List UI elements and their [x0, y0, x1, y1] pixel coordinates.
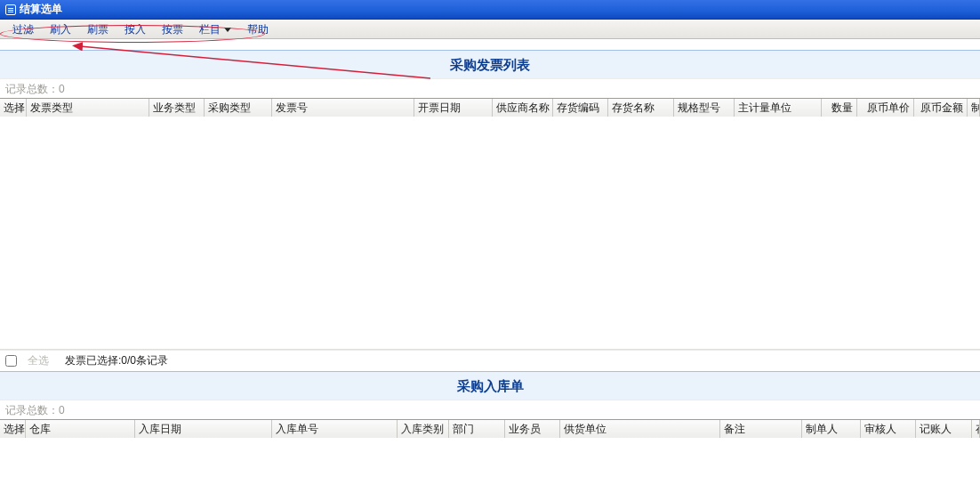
menu-shuaru[interactable]: 刷入	[43, 21, 78, 37]
invoice-grid-header: 选择 发票类型 业务类型 采购类型 发票号 开票日期 供应商名称 存货编码 存货…	[0, 98, 980, 116]
menu-columns-label: 栏目	[199, 23, 221, 36]
col-stock-name[interactable]: 存货名称	[608, 99, 674, 117]
invoice-grid-body[interactable]	[0, 116, 980, 350]
col-spec[interactable]: 规格型号	[674, 99, 735, 117]
menu-shuaru-label: 刷入	[50, 23, 71, 36]
col-issue-date[interactable]: 开票日期	[414, 99, 493, 117]
menu-shuapiao-label: 刷票	[87, 23, 108, 36]
col-biz-type[interactable]: 业务类型	[149, 99, 205, 117]
col-purchase-type[interactable]: 采购类型	[205, 99, 272, 117]
menu-bar: 过滤 刷入 刷票 按入 按票 栏目 帮助	[0, 20, 980, 39]
select-all-checkbox[interactable]	[5, 355, 17, 367]
menu-shuapiao[interactable]: 刷票	[80, 21, 116, 37]
selected-count-label: 发票已选择:0/0条记录	[65, 353, 168, 368]
chevron-down-icon	[224, 28, 231, 32]
inbound-record-count: 记录总数：0	[0, 400, 980, 419]
col-orig-price[interactable]: 原币单价	[857, 99, 914, 117]
col2-stock-code[interactable]: 存货编码	[972, 420, 980, 438]
col2-dept[interactable]: 部门	[449, 420, 505, 438]
col-stock-code[interactable]: 存货编码	[553, 99, 608, 117]
col-uom[interactable]: 主计量单位	[735, 99, 822, 117]
col2-in-type[interactable]: 入库类别	[398, 420, 450, 438]
col-more[interactable]: 制	[968, 99, 980, 117]
inbound-title: 采购入库单	[0, 371, 980, 400]
col2-auditor[interactable]: 审核人	[861, 420, 917, 438]
window-icon	[5, 4, 16, 15]
col-invoice-no[interactable]: 发票号	[272, 99, 414, 117]
col-qty[interactable]: 数量	[822, 99, 857, 117]
col-orig-amt[interactable]: 原币金额	[914, 99, 968, 117]
col2-warehouse[interactable]: 仓库	[26, 420, 135, 438]
col2-in-date[interactable]: 入库日期	[135, 420, 272, 438]
invoice-selection-bar: 全选 发票已选择:0/0条记录	[0, 350, 980, 371]
invoice-list-title: 采购发票列表	[0, 50, 980, 78]
col-supplier[interactable]: 供应商名称	[493, 99, 553, 117]
invoice-record-count: 记录总数：0	[0, 78, 980, 98]
menu-anpiao-label: 按票	[162, 23, 183, 36]
col2-operator[interactable]: 业务员	[505, 420, 561, 438]
window-titlebar: 结算选单	[0, 0, 980, 20]
col2-remark[interactable]: 备注	[720, 420, 802, 438]
menu-help[interactable]: 帮助	[240, 21, 276, 37]
col-invoice-type[interactable]: 发票类型	[27, 99, 149, 117]
inbound-grid-header: 选择 仓库 入库日期 入库单号 入库类别 部门 业务员 供货单位 备注 制单人 …	[0, 419, 980, 437]
menu-anru-label: 按入	[125, 23, 146, 36]
select-all-label: 全选	[28, 353, 49, 368]
col-select[interactable]: 选择	[0, 99, 27, 117]
menu-anpiao[interactable]: 按票	[155, 21, 190, 37]
menu-help-label: 帮助	[247, 23, 269, 36]
menu-columns[interactable]: 栏目	[192, 21, 238, 37]
col2-select[interactable]: 选择	[0, 420, 26, 438]
menu-anru[interactable]: 按入	[117, 21, 153, 37]
col2-in-no[interactable]: 入库单号	[272, 420, 397, 438]
col2-maker[interactable]: 制单人	[802, 420, 861, 438]
window-title: 结算选单	[20, 2, 62, 17]
menu-filter-label: 过滤	[12, 23, 34, 36]
inbound-grid-body[interactable]	[0, 437, 980, 446]
menu-filter[interactable]: 过滤	[5, 21, 41, 37]
col2-booker[interactable]: 记账人	[916, 420, 972, 438]
col2-supplier[interactable]: 供货单位	[560, 420, 719, 438]
